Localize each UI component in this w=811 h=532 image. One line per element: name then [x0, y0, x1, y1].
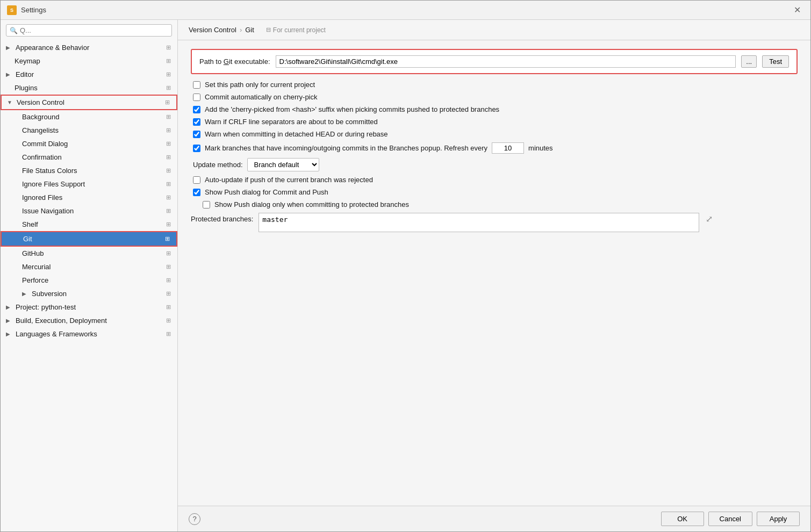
sidebar-item-ignored-files[interactable]: Ignored Files ⊞ — [1, 191, 177, 204]
warn-crlf-checkbox[interactable] — [193, 118, 200, 126]
chevron-right-icon: ▶ — [6, 331, 13, 337]
breadcrumb-parent: Version Control — [189, 26, 236, 34]
background-icon: ⊞ — [166, 113, 171, 120]
app-icon: S — [7, 5, 17, 15]
plugins-icon: ⊞ — [166, 84, 171, 91]
option-show-push-protected: Show Push dialog only when committing to… — [203, 200, 798, 209]
confirmation-icon: ⊞ — [166, 154, 171, 161]
sidebar-item-keymap[interactable]: Keymap ⊞ — [1, 54, 177, 68]
breadcrumb-current: Git — [245, 26, 254, 34]
sidebar-item-editor[interactable]: ▶ Editor ⊞ — [1, 68, 177, 81]
chevron-right-icon: ▶ — [6, 304, 13, 310]
help-button[interactable]: ? — [189, 513, 200, 525]
for-current-project-link[interactable]: ⊟ For current project — [266, 26, 326, 34]
file-status-icon: ⊞ — [166, 167, 171, 174]
show-push-protected-checkbox[interactable] — [203, 201, 210, 209]
changelists-icon: ⊞ — [166, 127, 171, 134]
sidebar-item-ignore-files-support[interactable]: Ignore Files Support ⊞ — [1, 177, 177, 191]
close-button[interactable]: ✕ — [791, 4, 804, 16]
sidebar-item-languages-frameworks[interactable]: ▶ Languages & Frameworks ⊞ — [1, 327, 177, 341]
sidebar-item-background[interactable]: Background ⊞ — [1, 110, 177, 124]
ignored-files-icon: ⊞ — [166, 194, 171, 201]
cherry-picked-suffix-label: Add the 'cherry-picked from <hash>' suff… — [205, 105, 499, 113]
chevron-right-icon: ▶ — [22, 291, 30, 297]
sidebar-item-file-status-colors[interactable]: File Status Colors ⊞ — [1, 164, 177, 177]
issue-nav-icon: ⊞ — [166, 207, 171, 214]
sidebar-item-appearance-behavior[interactable]: ▶ Appearance & Behavior ⊞ — [1, 41, 177, 54]
sidebar-item-plugins[interactable]: Plugins ⊞ — [1, 81, 177, 95]
git-path-input[interactable] — [276, 55, 736, 68]
github-icon: ⊞ — [166, 250, 171, 257]
chevron-right-icon: ▶ — [6, 318, 13, 323]
main-content: 🔍 ▶ Appearance & Behavior ⊞ Keymap ⊞ ▶ E… — [1, 20, 810, 531]
option-set-path-current-project: Set this path only for current project — [193, 81, 798, 89]
sidebar-item-subversion[interactable]: ▶ Subversion ⊞ — [1, 287, 177, 300]
show-push-dialog-label: Show Push dialog for Commit and Push — [205, 188, 328, 196]
git-path-test-button[interactable]: Test — [762, 55, 789, 68]
commit-cherry-pick-label: Commit automatically on cherry-pick — [205, 93, 318, 101]
protected-branches-row: Protected branches: master ⤢ — [191, 213, 798, 232]
sidebar-item-perforce[interactable]: Perforce ⊞ — [1, 274, 177, 287]
expand-icon[interactable]: ⤢ — [705, 213, 714, 225]
search-input[interactable] — [20, 26, 168, 34]
sidebar-item-git[interactable]: Git ⊞ — [1, 231, 177, 247]
sidebar-item-issue-navigation[interactable]: Issue Navigation ⊞ — [1, 204, 177, 218]
chevron-right-icon: ▶ — [6, 71, 13, 77]
apply-button[interactable]: Apply — [757, 512, 800, 526]
mark-branches-checkbox[interactable] — [193, 145, 200, 152]
refresh-minutes-input[interactable] — [492, 142, 524, 154]
ok-button[interactable]: OK — [661, 512, 704, 526]
sidebar-item-confirmation[interactable]: Confirmation ⊞ — [1, 150, 177, 164]
option-cherry-picked-suffix: Add the 'cherry-picked from <hash>' suff… — [193, 105, 798, 113]
mark-branches-label: Mark branches that have incoming/outgoin… — [205, 144, 487, 152]
settings-icon: ⊞ — [166, 44, 171, 51]
shelf-icon: ⊞ — [166, 221, 171, 228]
warn-detached-checkbox[interactable] — [193, 131, 200, 138]
sidebar-item-build-execution[interactable]: ▶ Build, Execution, Deployment ⊞ — [1, 314, 177, 327]
set-path-label: Set this path only for current project — [205, 81, 315, 89]
warn-detached-label: Warn when committing in detached HEAD or… — [205, 130, 388, 138]
sidebar-item-github[interactable]: GitHub ⊞ — [1, 247, 177, 260]
commit-dialog-icon: ⊞ — [166, 140, 171, 147]
main-panel: Version Control › Git ⊟ For current proj… — [178, 20, 810, 531]
git-settings-content: Path to Git executable: ... Test Set thi… — [178, 40, 810, 506]
sidebar-item-mercurial[interactable]: Mercurial ⊞ — [1, 260, 177, 274]
search-box[interactable]: 🔍 — [6, 24, 172, 37]
protected-branches-input[interactable]: master — [259, 213, 699, 232]
show-push-protected-label: Show Push dialog only when committing to… — [214, 200, 409, 209]
sidebar-item-commit-dialog[interactable]: Commit Dialog ⊞ — [1, 137, 177, 150]
version-control-icon: ⊞ — [165, 99, 170, 106]
option-commit-cherry-pick: Commit automatically on cherry-pick — [193, 93, 798, 101]
show-push-dialog-checkbox[interactable] — [193, 189, 200, 196]
cherry-picked-suffix-checkbox[interactable] — [193, 106, 200, 113]
git-path-browse-button[interactable]: ... — [741, 55, 757, 68]
sidebar-item-version-control[interactable]: ▼ Version Control ⊞ — [1, 95, 177, 110]
sidebar-item-shelf[interactable]: Shelf ⊞ — [1, 218, 177, 231]
option-auto-update-push-rejected: Auto-update if push of the current branc… — [193, 176, 798, 184]
minutes-label: minutes — [528, 144, 553, 152]
update-method-row: Update method: Branch default Merge Reba… — [191, 158, 798, 171]
chevron-down-icon: ▼ — [7, 99, 15, 105]
cancel-button[interactable]: Cancel — [708, 512, 752, 526]
commit-cherry-pick-checkbox[interactable] — [193, 94, 200, 101]
option-warn-crlf: Warn if CRLF line separators are about t… — [193, 118, 798, 126]
settings-window: S Settings ✕ 🔍 ▶ Appearance & Behavior ⊞… — [0, 0, 811, 532]
set-path-checkbox[interactable] — [193, 81, 200, 89]
warn-crlf-label: Warn if CRLF line separators are about t… — [205, 118, 378, 126]
breadcrumb: Version Control › Git ⊟ For current proj… — [178, 20, 810, 40]
option-show-push-dialog: Show Push dialog for Commit and Push — [193, 188, 798, 196]
perforce-icon: ⊞ — [166, 277, 171, 284]
git-path-box: Path to Git executable: ... Test — [191, 49, 798, 74]
update-method-select[interactable]: Branch default Merge Rebase — [247, 158, 319, 171]
git-path-label: Path to Git executable: — [199, 57, 270, 66]
chevron-right-icon: ▶ — [6, 45, 13, 51]
sidebar-item-changelists[interactable]: Changelists ⊞ — [1, 124, 177, 137]
update-method-label: Update method: — [193, 161, 243, 169]
sidebar: 🔍 ▶ Appearance & Behavior ⊞ Keymap ⊞ ▶ E… — [1, 20, 178, 531]
protected-branches-label: Protected branches: — [191, 213, 253, 223]
editor-icon: ⊞ — [166, 71, 171, 78]
option-warn-detached: Warn when committing in detached HEAD or… — [193, 130, 798, 138]
sidebar-item-project[interactable]: ▶ Project: python-test ⊞ — [1, 300, 177, 314]
project-icon: ⊞ — [166, 304, 171, 311]
auto-update-checkbox[interactable] — [193, 176, 200, 184]
